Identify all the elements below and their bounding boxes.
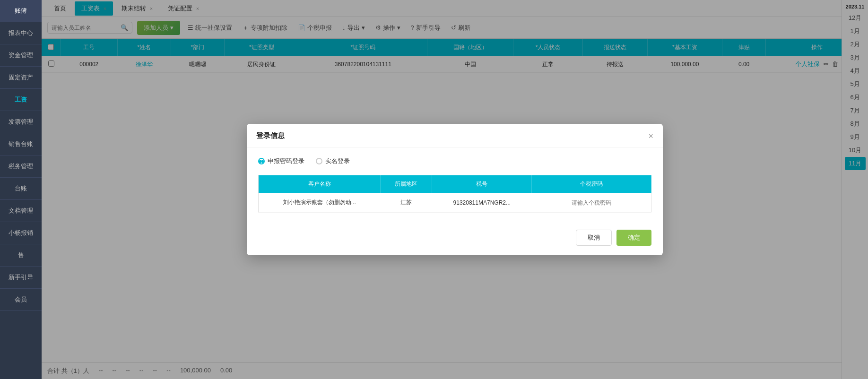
radio-real-name-login[interactable]: 实名登录: [316, 157, 350, 165]
modal-col-tax-num: 税号: [432, 175, 532, 193]
sidebar-item-sell[interactable]: 售: [0, 244, 42, 267]
radio-password-login[interactable]: 申报密码登录: [258, 157, 304, 165]
modal-col-tax-pwd: 个税密码: [532, 175, 651, 193]
sidebar-item-report[interactable]: 报表中心: [0, 22, 42, 44]
sidebar-item-quick[interactable]: 小畅报销: [0, 222, 42, 244]
sidebar-item-member[interactable]: 会员: [0, 289, 42, 311]
confirm-button[interactable]: 确定: [616, 230, 651, 246]
sidebar-item-asset[interactable]: 固定资产: [0, 67, 42, 89]
modal-client-table: 客户名称 所属地区 税号 个税密码 刘小艳演示账套（勿删勿动... 江苏 913…: [258, 175, 651, 213]
sidebar-item-sales[interactable]: 销售台账: [0, 133, 42, 155]
sidebar-item-tax[interactable]: 税务管理: [0, 155, 42, 178]
cancel-button[interactable]: 取消: [576, 230, 612, 246]
tax-password-input[interactable]: [538, 199, 644, 206]
radio-password-circle: [258, 158, 265, 164]
modal-footer: 取消 确定: [247, 222, 663, 255]
modal-tax-number: 91320811MA7NGR2...: [432, 193, 532, 213]
modal-header: 登录信息 ×: [247, 124, 663, 147]
login-info-modal: 登录信息 × 申报密码登录 实名登录 客户名称 所属地区: [247, 124, 663, 255]
modal-col-region: 所属地区: [381, 175, 432, 193]
sidebar: 账簿 报表中心 资金管理 固定资产 工资 发票管理 销售台账 税务管理 台账 文…: [0, 0, 42, 379]
modal-body: 申报密码登录 实名登录 客户名称 所属地区 税号 个税密码: [247, 147, 663, 222]
modal-region: 江苏: [381, 193, 432, 213]
modal-overlay: 登录信息 × 申报密码登录 实名登录 客户名称 所属地区: [42, 0, 868, 379]
sidebar-item-fund[interactable]: 资金管理: [0, 44, 42, 67]
sidebar-item-invoice[interactable]: 发票管理: [0, 111, 42, 133]
sidebar-item-account[interactable]: 账簿: [0, 0, 42, 22]
sidebar-item-guide[interactable]: 新手引导: [0, 267, 42, 289]
radio-realname-circle: [316, 158, 322, 164]
modal-table-row: 刘小艳演示账套（勿删勿动... 江苏 91320811MA7NGR2...: [259, 193, 651, 213]
modal-col-client: 客户名称: [259, 175, 381, 193]
sidebar-item-salary[interactable]: 工资: [0, 89, 42, 111]
modal-tax-password-cell[interactable]: [532, 193, 651, 213]
radio-group: 申报密码登录 实名登录: [258, 157, 651, 165]
modal-client-name: 刘小艳演示账套（勿删勿动...: [259, 193, 381, 213]
modal-close-button[interactable]: ×: [648, 132, 653, 140]
modal-title: 登录信息: [256, 131, 285, 140]
sidebar-item-ledger[interactable]: 台账: [0, 178, 42, 200]
sidebar-item-doc[interactable]: 文档管理: [0, 200, 42, 222]
